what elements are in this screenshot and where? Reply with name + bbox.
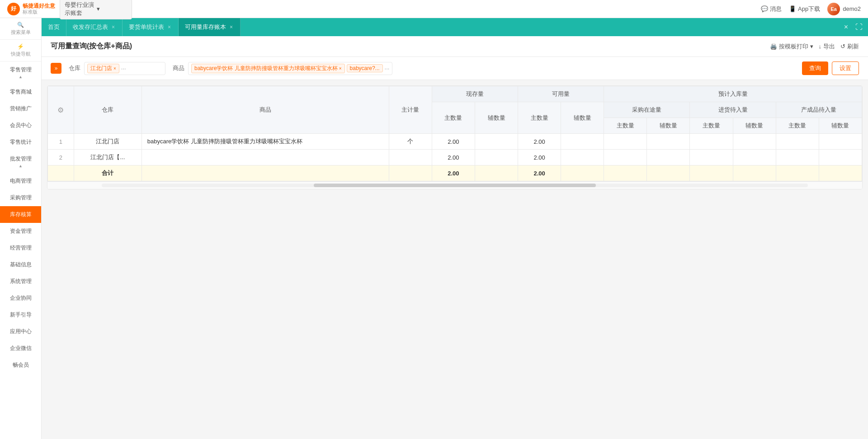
page-actions: 🖨️ 按模板打印 ▾ ↓ 导出 ↺ 刷新 bbox=[770, 42, 859, 51]
th-expected-incoming: 预计入库量 bbox=[604, 86, 862, 102]
sidebar-item-system-mgmt[interactable]: 系统管理 bbox=[0, 273, 41, 290]
product-tag-area[interactable]: babycare学饮杯 儿童防摔防撞吸管杯重力球吸嘴杯宝宝水杯 × babyca… bbox=[188, 62, 392, 75]
export-btn[interactable]: ↓ 导出 bbox=[819, 42, 835, 51]
row1-stock-aux bbox=[475, 134, 518, 150]
tab-home-label: 首页 bbox=[48, 23, 60, 31]
settings-btn[interactable]: 设置 bbox=[832, 61, 859, 75]
search-icon: 🔍 bbox=[17, 22, 24, 28]
marketing-label: 营销推广 bbox=[10, 105, 32, 113]
vip-member-label: 畅会员 bbox=[13, 361, 29, 369]
warehouse-filter-label: 仓库 bbox=[69, 64, 80, 72]
top-bar-left: 好 畅捷通好生意 标准版 母婴行业演示账套 ▾ bbox=[7, 0, 132, 19]
query-btn[interactable]: 查询 bbox=[802, 61, 828, 75]
row1-product: babycare学饮杯 儿童防摔防撞吸管杯重力球吸嘴杯宝宝水杯 bbox=[142, 134, 389, 150]
product-filter-group: 商品 babycare学饮杯 儿童防摔防撞吸管杯重力球吸嘴杯宝宝水杯 × bab… bbox=[173, 62, 392, 75]
refresh-icon: ↺ bbox=[840, 43, 845, 50]
sidebar-item-marketing[interactable]: 营销推广 bbox=[0, 100, 41, 117]
sidebar-item-inventory[interactable]: 库存核算 bbox=[0, 206, 41, 223]
th-settings[interactable]: ⚙ bbox=[48, 86, 74, 134]
tab-order-stats-close[interactable]: × bbox=[167, 23, 172, 31]
row2-stock-aux bbox=[475, 150, 518, 165]
warehouse-ellipsis: ··· bbox=[121, 65, 126, 72]
row2-product bbox=[142, 150, 389, 165]
refresh-btn[interactable]: ↺ 刷新 bbox=[840, 42, 859, 51]
user-area[interactable]: Ea demo2 bbox=[827, 3, 861, 15]
summary-inbound-aux bbox=[733, 165, 776, 181]
summary-avail-main: 2.00 bbox=[518, 165, 561, 181]
th-warehouse: 仓库 bbox=[74, 86, 142, 134]
row2-purchase-aux bbox=[647, 150, 690, 165]
app-download-btn[interactable]: 📱 App下载 bbox=[789, 5, 820, 13]
user-name: demo2 bbox=[843, 5, 861, 12]
sidebar-quick-nav[interactable]: ⚡ 快捷导航 bbox=[0, 40, 41, 61]
sidebar-item-wholesale-mgmt[interactable]: 批发管理 ▲ bbox=[0, 151, 41, 173]
user-initials: Ea bbox=[831, 6, 837, 12]
row2-avail-aux bbox=[561, 150, 604, 165]
th-inbound-main: 主数量 bbox=[690, 118, 733, 134]
product-tag-1-text: babycare学饮杯 儿童防摔防撞吸管杯重力球吸嘴杯宝宝水杯 bbox=[194, 65, 338, 72]
main-content: 可用量查询(按仓库+商品) 🖨️ 按模板打印 ▾ ↓ 导出 ↺ 刷新 » 仓库 bbox=[42, 36, 868, 439]
table-row: 2 江北门店【... 2.00 2.00 bbox=[48, 150, 862, 165]
message-icon: 💬 bbox=[761, 5, 768, 12]
sidebar: 🔍 搜索菜单 ⚡ 快捷导航 零售管理 ▲ 零售商城 营销推广 会员中心 零售统计… bbox=[0, 18, 42, 439]
summary-avail-aux bbox=[561, 165, 604, 181]
tab-expand-btn[interactable]: ⛶ bbox=[854, 21, 864, 33]
row1-avail-main: 2.00 bbox=[518, 134, 561, 150]
warehouse-tag-area[interactable]: 江北门店 × ··· bbox=[84, 62, 165, 75]
industry-selector[interactable]: 母婴行业演示账套 ▾ bbox=[60, 0, 132, 19]
quick-nav-label: 快捷导航 bbox=[4, 51, 38, 57]
onboarding-label: 新手引导 bbox=[10, 311, 32, 319]
sidebar-item-enterprise-collab[interactable]: 企业协同 bbox=[0, 290, 41, 307]
sidebar-item-retail-stats[interactable]: 零售统计 bbox=[0, 134, 41, 151]
sidebar-item-basic-info[interactable]: 基础信息 bbox=[0, 256, 41, 273]
scrollbar-track[interactable] bbox=[102, 184, 808, 187]
tab-available-ledger-close[interactable]: × bbox=[229, 23, 234, 31]
th-stock-aux: 辅数量 bbox=[475, 102, 518, 134]
row1-inbound-aux bbox=[733, 134, 776, 150]
sidebar-item-purchase-mgmt[interactable]: 采购管理 bbox=[0, 189, 41, 206]
messages-btn[interactable]: 💬 消息 bbox=[761, 5, 782, 13]
phone-icon: 📱 bbox=[789, 5, 796, 12]
product-ellipsis: ··· bbox=[385, 65, 390, 72]
row2-num: 2 bbox=[48, 150, 74, 165]
row1-finished-aux bbox=[819, 134, 862, 150]
summary-purchase-aux bbox=[647, 165, 690, 181]
product-tag-1-close[interactable]: × bbox=[339, 66, 342, 71]
product-filter-label: 商品 bbox=[173, 64, 184, 72]
row1-warehouse: 江北门店 bbox=[74, 134, 142, 150]
sidebar-item-ecommerce[interactable]: 电商管理 bbox=[0, 173, 41, 189]
summary-inbound-main bbox=[690, 165, 733, 181]
sidebar-item-member-center[interactable]: 会员中心 bbox=[0, 117, 41, 134]
summary-empty-2 bbox=[142, 165, 389, 181]
tab-close-all-btn[interactable]: × bbox=[842, 21, 850, 33]
sidebar-item-vip-member[interactable]: 畅会员 bbox=[0, 357, 41, 373]
logo-subtext: 标准版 bbox=[23, 9, 55, 15]
table-footer bbox=[47, 181, 862, 189]
sidebar-search[interactable]: 🔍 搜索菜单 bbox=[0, 18, 41, 40]
filter-toggle-btn[interactable]: » bbox=[51, 63, 61, 74]
sidebar-item-app-center[interactable]: 应用中心 bbox=[0, 323, 41, 340]
table-summary-row: 合计 2.00 2.00 bbox=[48, 165, 862, 181]
sidebar-item-retail-mgmt[interactable]: 零售管理 ▲ bbox=[0, 61, 41, 84]
retail-store-label: 零售商城 bbox=[10, 88, 32, 96]
purchase-mgmt-label: 采购管理 bbox=[10, 194, 32, 202]
wholesale-mgmt-label: 批发管理 bbox=[10, 155, 32, 163]
print-btn[interactable]: 🖨️ 按模板打印 ▾ bbox=[770, 42, 813, 51]
warehouse-tag: 江北门店 × bbox=[87, 64, 119, 73]
warehouse-tag-close[interactable]: × bbox=[113, 66, 116, 71]
sidebar-item-onboarding[interactable]: 新手引导 bbox=[0, 307, 41, 323]
refresh-label: 刷新 bbox=[847, 42, 859, 51]
sidebar-item-enterprise-wechat[interactable]: 企业微信 bbox=[0, 340, 41, 357]
th-stock-main: 主数量 bbox=[432, 102, 475, 134]
tab-receipts-summary[interactable]: 收发存汇总表 × bbox=[66, 18, 123, 36]
tab-order-stats[interactable]: 要货单统计表 × bbox=[123, 18, 179, 36]
filter-actions: 查询 设置 bbox=[802, 61, 859, 75]
sidebar-item-operations[interactable]: 经营管理 bbox=[0, 240, 41, 256]
sidebar-item-retail-store[interactable]: 零售商城 bbox=[0, 84, 41, 100]
tab-available-ledger[interactable]: 可用量库存账本 × bbox=[179, 18, 241, 36]
tab-receipts-close[interactable]: × bbox=[111, 23, 116, 31]
tab-home[interactable]: 首页 bbox=[42, 18, 66, 36]
sidebar-item-finance[interactable]: 资金管理 bbox=[0, 223, 41, 240]
gear-icon: ⚙ bbox=[57, 106, 64, 114]
top-bar: 好 畅捷通好生意 标准版 母婴行业演示账套 ▾ 💬 消息 📱 App下载 Ea … bbox=[0, 0, 868, 18]
